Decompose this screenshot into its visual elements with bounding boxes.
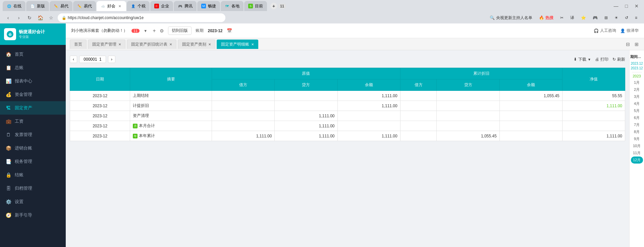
browser-tab-muqian[interactable]: S 目前	[244, 1, 267, 11]
period-month-4[interactable]: 4月	[631, 100, 643, 107]
sidebar-item-fixed-assets[interactable]: 🏗 固定资产	[0, 101, 66, 115]
browser-tab-gedi[interactable]: 🗺 各地	[221, 1, 244, 11]
forward-button[interactable]: ›	[15, 14, 23, 22]
maximize-button[interactable]: □	[623, 3, 631, 9]
sidebar-item-tax[interactable]: 📑 税务管理	[0, 155, 66, 168]
translate-tool[interactable]: 译	[568, 13, 577, 22]
tab-home[interactable]: 首页	[70, 40, 87, 49]
theme-tool[interactable]: ☀	[612, 13, 621, 22]
sidebar-item-home[interactable]: 🏠 首页	[0, 48, 66, 61]
period-header-label: 期间选择	[630, 54, 644, 59]
period-month-8[interactable]: 8月	[631, 128, 643, 135]
sidebar-header: 会 畅捷通好会计 专业版	[0, 23, 66, 45]
tab-favicon-yidai1: ✏️	[54, 4, 58, 8]
cell-acc-debit-2	[400, 101, 437, 111]
ledger-table: 日期 摘要 原值 累计折旧 净值 借方 贷方 余额 借方 贷方 余额	[70, 68, 625, 141]
browser-tab-geshui[interactable]: 👤 个税	[127, 1, 150, 11]
tab-fixed-asset-ledger-close[interactable]: ✕	[251, 43, 254, 46]
grid-tool[interactable]: ⊞	[602, 13, 610, 22]
tab-depreciation-stat-close[interactable]: ✕	[169, 43, 172, 46]
switch-version-button[interactable]: 切到旧版	[168, 26, 192, 35]
refresh-button[interactable]: ↻ 刷新	[612, 57, 625, 62]
tab-fixed-asset-mgmt-close[interactable]: ✕	[118, 43, 121, 46]
cell-date-3: 2023-12	[70, 111, 130, 121]
tab-minimize-button[interactable]: ⊟	[625, 41, 631, 48]
sidebar-item-guide[interactable]: 🧭 新手引导	[0, 208, 66, 222]
calendar-icon[interactable]: 📅	[227, 28, 232, 33]
hot-search-btn[interactable]: 🔥 热搜	[536, 13, 556, 22]
game-tool[interactable]: 🎮	[590, 13, 600, 22]
period-month-3[interactable]: 3月	[631, 93, 643, 100]
table-row: 2023-12 年本年累计 1,111.00 1,111.00 1,111.00…	[70, 131, 625, 141]
tab-fixed-asset-category-close[interactable]: ✕	[208, 43, 211, 46]
back-button[interactable]: ‹	[4, 14, 12, 22]
period-month-2[interactable]: 2月	[631, 86, 643, 93]
header-dropdown-icon[interactable]: ▼	[144, 29, 147, 33]
period-selected-range: 2023.12 2023.12	[630, 61, 643, 71]
tab-fixed-asset-mgmt[interactable]: 固定资产管理 ✕	[88, 40, 125, 49]
tab-depreciation-stat-label: 固定资产折旧统计表	[131, 42, 167, 47]
download-dropdown-icon[interactable]: ▼	[588, 58, 591, 61]
sidebar-item-funds[interactable]: 💰 资金管理	[0, 88, 66, 101]
minimize-button[interactable]: —	[611, 3, 621, 9]
period-month-9[interactable]: 9月	[631, 135, 643, 142]
period-month-12[interactable]: 12月	[631, 157, 643, 164]
browser-tab-online[interactable]: 🌐 在线	[3, 1, 25, 11]
browser-tab-new[interactable]: 📄 新版	[26, 1, 49, 11]
period-month-5[interactable]: 5月	[631, 107, 643, 114]
period-month-10[interactable]: 10月	[631, 142, 643, 149]
sidebar-item-settings[interactable]: ⚙️ 设置	[0, 195, 66, 208]
tab-maximize-button[interactable]: ⊞	[633, 41, 640, 48]
browser-tab-yidai2[interactable]: ✏️ 易代	[73, 1, 96, 11]
sidebar-title-block: 畅捷通好会计 专业版	[19, 29, 45, 40]
browser-tab-changjie[interactable]: M 畅捷	[197, 1, 220, 11]
star-tool[interactable]: ⭐	[578, 13, 589, 22]
period-month-11[interactable]: 11月	[631, 149, 643, 157]
pager-input[interactable]	[79, 56, 106, 63]
menu-tool[interactable]: ≡	[632, 13, 640, 22]
sidebar-item-inventory[interactable]: 📦 进销台账	[0, 141, 66, 155]
period-month-1[interactable]: 1月	[631, 79, 643, 86]
user-profile-button[interactable]: 👤 徐泽华	[620, 28, 639, 34]
sidebar-item-reports[interactable]: 📊 报表中心	[0, 74, 66, 88]
ssl-icon: 🔒	[62, 16, 66, 20]
home-button[interactable]: 🏠	[36, 14, 44, 22]
url-bar[interactable]: 🔒 https://cloud.chanjet.com/accounting/u…	[58, 13, 225, 22]
tab-count-badge: 11	[278, 4, 286, 8]
reload-button[interactable]: ↻	[25, 14, 34, 22]
sidebar-item-payroll[interactable]: 💼 工资	[0, 115, 66, 128]
new-tab-button[interactable]: +	[270, 3, 277, 9]
browser-tab-tencent[interactable]: 🎮 腾讯	[174, 1, 197, 11]
tab-fixed-asset-ledger[interactable]: 固定资产明细账 ✕	[217, 40, 258, 49]
customer-service-button[interactable]: 🎧 人工咨询	[594, 28, 616, 34]
header-settings-icon[interactable]: ⚙	[160, 28, 164, 34]
sidebar-item-close[interactable]: 🔒 结账	[0, 168, 66, 182]
close-button[interactable]: ✕	[632, 3, 641, 9]
tab-fixed-asset-category[interactable]: 固定资产类别 ✕	[178, 40, 215, 49]
scissors-tool[interactable]: ✂	[557, 13, 566, 22]
browser-tab-qiye[interactable]: C 企业	[150, 1, 173, 11]
cell-summary-3: 资产清理	[130, 111, 212, 121]
address-bar: ‹ › ↻ 🏠 ☆ 🔒 https://cloud.chanjet.com/ac…	[0, 12, 644, 23]
period-month-7[interactable]: 7月	[631, 121, 643, 128]
sidebar-item-invoice[interactable]: 🗒 发票管理	[0, 128, 66, 141]
tab-controls: ⊟ ⊞	[625, 41, 640, 48]
header-add-button[interactable]: +	[153, 28, 156, 34]
tab-label-yidai2: 易代	[84, 3, 92, 9]
bookmark-button[interactable]: ☆	[47, 14, 55, 22]
browser-tab-haokuaiji[interactable]: ☁️ 好会 ✕	[97, 1, 126, 11]
tab-close-haokuaiji[interactable]: ✕	[117, 4, 122, 8]
history-tool[interactable]: ↺	[622, 13, 631, 22]
search-tool[interactable]: 🔍 央视更新主持人名单	[487, 13, 535, 22]
pager-prev-button[interactable]: ‹	[70, 56, 77, 63]
tab-depreciation-stat[interactable]: 固定资产折旧统计表 ✕	[127, 40, 176, 49]
browser-tab-yidai1[interactable]: ✏️ 易代	[50, 1, 72, 11]
print-button[interactable]: 🖨 打印	[595, 57, 608, 62]
download-button[interactable]: ⬇ 下载 ▼	[574, 57, 591, 62]
sidebar-item-ledger[interactable]: 📋 总账	[0, 61, 66, 74]
sidebar-item-archive[interactable]: 🗄 归档管理	[0, 182, 66, 195]
period-month-6[interactable]: 6月	[631, 114, 643, 121]
pager-next-button[interactable]: ›	[108, 56, 115, 63]
sidebar-label-archive: 归档管理	[15, 185, 32, 191]
period-year[interactable]: 2023	[633, 73, 641, 79]
